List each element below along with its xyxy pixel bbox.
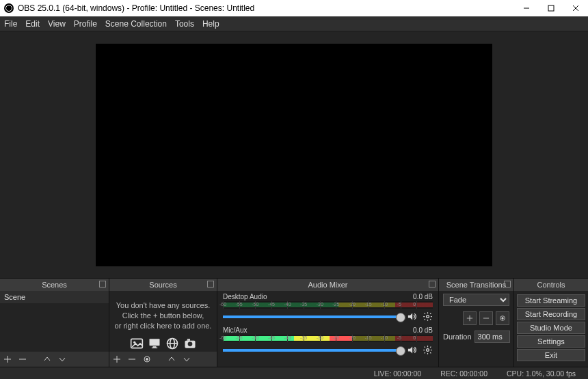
titlebar: OBS 25.0.1 (64-bit, windows) - Profile: … xyxy=(0,0,588,16)
maximize-button[interactable] xyxy=(539,0,563,16)
transitions-body: Fade Duration xyxy=(439,291,513,367)
svg-point-26 xyxy=(427,349,429,352)
audio-mixer-panel: Audio Mixer Desktop Audio 0.0 dB -60-55-… xyxy=(217,279,439,367)
globe-icon xyxy=(165,337,179,352)
menu-edit[interactable]: Edit xyxy=(25,19,40,29)
channel-db: 0.0 dB xyxy=(413,293,433,300)
popout-icon[interactable] xyxy=(99,281,106,287)
transition-select[interactable]: Fade xyxy=(443,294,509,306)
menu-file[interactable]: File xyxy=(4,19,17,29)
svg-rect-1 xyxy=(548,5,554,11)
menubar: File Edit View Profile Scene Collection … xyxy=(0,16,588,31)
mixer-title: Audio Mixer xyxy=(308,281,347,289)
sources-panel: Sources You don't have any sources. Clic… xyxy=(109,279,217,367)
svg-rect-9 xyxy=(149,339,159,346)
mixer-channel: Desktop Audio 0.0 dB -60-55-50-45-40-35-… xyxy=(217,291,438,324)
sources-header: Sources xyxy=(109,279,217,291)
popout-icon[interactable] xyxy=(207,281,214,287)
camera-icon xyxy=(183,337,197,352)
move-scene-down-button[interactable] xyxy=(57,354,67,364)
svg-rect-17 xyxy=(187,339,189,341)
preview-canvas[interactable] xyxy=(96,44,492,266)
gear-icon[interactable] xyxy=(423,311,433,322)
controls-panel: Controls Start Streaming Start Recording… xyxy=(514,279,588,367)
exit-button[interactable]: Exit xyxy=(517,349,585,361)
mixer-channel: Mic/Aux 0.0 dB -60-55-50-45-40-35-30-25-… xyxy=(217,324,438,358)
scenes-header: Scenes xyxy=(0,279,109,291)
app-window: OBS 25.0.1 (64-bit, windows) - Profile: … xyxy=(0,0,588,379)
status-rec: REC: 00:00:00 xyxy=(440,369,487,378)
menu-scene-collection[interactable]: Scene Collection xyxy=(105,19,167,29)
app-icon xyxy=(4,3,14,13)
vu-meter: -60-55-50-45-40-35-30-25-20-15-10-50 xyxy=(223,301,433,309)
start-streaming-button[interactable]: Start Streaming xyxy=(517,294,585,307)
popout-icon[interactable] xyxy=(429,281,436,287)
scenes-title: Scenes xyxy=(42,281,67,289)
vu-meter: -60-55-50-45-40-35-30-25-20-15-10-50 xyxy=(223,335,433,342)
transition-properties-button[interactable] xyxy=(496,311,509,325)
volume-slider[interactable] xyxy=(223,315,401,318)
svg-rect-10 xyxy=(152,346,156,348)
scenes-panel: Scenes Scene xyxy=(0,279,109,367)
mixer-body: Desktop Audio 0.0 dB -60-55-50-45-40-35-… xyxy=(217,291,438,367)
controls-header: Controls xyxy=(514,279,588,291)
add-source-button[interactable] xyxy=(112,354,122,364)
status-cpu: CPU: 1.0%, 30.00 fps xyxy=(507,369,576,378)
menu-profile[interactable]: Profile xyxy=(74,19,97,29)
sources-empty-text: You don't have any sources. xyxy=(109,300,217,311)
sources-toolbar xyxy=(109,352,217,367)
sources-empty-text: or right click here to add one. xyxy=(109,321,217,331)
move-source-up-button[interactable] xyxy=(167,354,176,364)
settings-button[interactable]: Settings xyxy=(517,335,585,348)
duration-input[interactable] xyxy=(475,331,510,343)
statusbar: LIVE: 00:00:00 REC: 00:00:00 CPU: 1.0%, … xyxy=(0,367,588,379)
speaker-icon[interactable] xyxy=(407,311,417,322)
move-scene-up-button[interactable] xyxy=(42,354,52,364)
studio-mode-button[interactable]: Studio Mode xyxy=(517,322,585,334)
status-live: LIVE: 00:00:00 xyxy=(374,369,421,378)
volume-slider[interactable] xyxy=(223,349,401,352)
duration-label: Duration xyxy=(443,333,472,341)
mixer-header: Audio Mixer xyxy=(217,279,438,291)
remove-transition-button[interactable] xyxy=(479,311,493,325)
speaker-icon[interactable] xyxy=(407,345,417,355)
svg-point-22 xyxy=(146,359,148,361)
start-recording-button[interactable]: Start Recording xyxy=(517,308,585,320)
svg-point-16 xyxy=(187,342,192,347)
remove-scene-button[interactable] xyxy=(18,354,27,364)
menu-tools[interactable]: Tools xyxy=(175,19,194,29)
preview-area xyxy=(0,31,588,278)
close-button[interactable] xyxy=(563,0,588,16)
image-icon xyxy=(130,337,144,352)
docks-row: Scenes Scene Sources You don't xyxy=(0,278,588,367)
transitions-header: Scene Transitions xyxy=(439,279,513,291)
gear-icon[interactable] xyxy=(423,345,433,355)
add-scene-button[interactable] xyxy=(3,354,12,364)
channel-db: 0.0 dB xyxy=(413,326,433,334)
svg-marker-25 xyxy=(408,347,412,354)
menu-view[interactable]: View xyxy=(48,19,66,29)
sources-title: Sources xyxy=(149,281,176,289)
channel-name: Mic/Aux xyxy=(223,326,248,334)
sources-empty-text: Click the + button below, xyxy=(109,311,217,321)
transitions-title: Scene Transitions xyxy=(446,281,506,289)
display-icon xyxy=(148,337,161,352)
add-transition-button[interactable] xyxy=(463,311,477,325)
minimize-button[interactable] xyxy=(514,0,539,16)
svg-point-31 xyxy=(502,318,504,320)
move-source-down-button[interactable] xyxy=(182,354,191,364)
sources-list[interactable]: You don't have any sources. Click the + … xyxy=(109,291,217,352)
menu-help[interactable]: Help xyxy=(202,19,219,29)
controls-title: Controls xyxy=(537,281,565,289)
svg-point-24 xyxy=(427,315,429,318)
source-properties-button[interactable] xyxy=(142,354,152,364)
popout-icon[interactable] xyxy=(504,281,511,287)
scenes-list[interactable]: Scene xyxy=(0,291,109,352)
controls-body: Start Streaming Start Recording Studio M… xyxy=(514,291,588,367)
scenes-toolbar xyxy=(0,352,109,367)
scene-item[interactable]: Scene xyxy=(0,291,109,303)
svg-marker-23 xyxy=(408,313,412,320)
svg-rect-11 xyxy=(151,348,157,348)
window-title: OBS 25.0.1 (64-bit, windows) - Profile: … xyxy=(18,3,514,13)
remove-source-button[interactable] xyxy=(127,354,137,364)
